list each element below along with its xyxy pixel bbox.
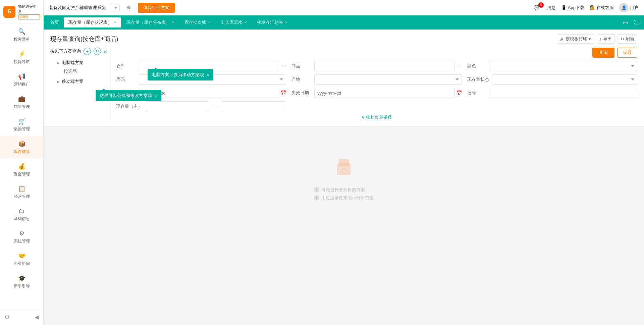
refresh-icon: ↻ <box>621 37 624 42</box>
condition-label: 现存量（主） <box>116 103 142 109</box>
user-btn[interactable]: 👤 用户 <box>619 3 639 12</box>
batch-input[interactable] <box>490 88 637 98</box>
online-icon: 💁 <box>590 5 595 10</box>
tab-collect-send[interactable]: 收发存汇总表 × <box>252 17 292 28</box>
sidebar-item-finance[interactable]: 💰 资金管理 <box>0 159 43 181</box>
refresh-btn[interactable]: ↻ 刷新 <box>618 34 637 44</box>
condition-goods: 商品 ··· <box>291 61 462 71</box>
empty-state: 1 请先选择要分析的方案 2 用过滤条件来缩小分析范围 <box>44 126 644 230</box>
sidebar-item-label: 企业协同 <box>14 261 30 267</box>
user-label: 用户 <box>630 5 639 11</box>
sidebar-item-enterprise[interactable]: 🤝 企业协同 <box>0 248 43 271</box>
search-panel: 现存量查询(按仓库+商品) 🖨 按模板打印 ▾ ↑ 导出 ↻ 刷新 <box>44 30 644 126</box>
system-icon: ⚙ <box>19 230 24 237</box>
sidebar-item-label: 销售管理 <box>14 104 30 110</box>
scheme-item-pc[interactable]: 按调品 <box>57 67 107 76</box>
print-btn[interactable]: 🖨 按模板打印 ▾ <box>557 34 594 44</box>
export-btn[interactable]: ↑ 导出 <box>597 34 615 44</box>
tab-minimize-btn[interactable]: ▭ <box>621 19 630 26</box>
scheme-group-header-mobile[interactable]: ▶ 移动端方案 <box>57 77 107 86</box>
date-row: 📅 <box>314 88 462 98</box>
filter-add-btn[interactable]: + <box>84 48 91 55</box>
sidebar-item-sales[interactable]: 💼 销售管理 <box>0 91 43 114</box>
stock-min-input[interactable] <box>145 101 209 111</box>
sidebar-item-search[interactable]: 🔍 搜索菜单 <box>0 24 43 46</box>
tooltip-close-btn[interactable]: × <box>207 72 209 77</box>
filter-panel: 按以下方案查询 + ↻ « ▶ 电脑端方案 按调品 <box>50 48 637 121</box>
print-label: 按模板打印 <box>566 36 587 42</box>
more-dots-icon[interactable]: ··· <box>457 63 462 69</box>
scheme-toggle-icon: ▶ <box>57 61 60 65</box>
sidebar-item-label: 基础信息 <box>14 216 30 222</box>
tab-batch-ledger[interactable]: 库存批次账 × <box>180 17 215 28</box>
collapse-btn[interactable]: ∧ 收起更多条件 <box>116 111 637 121</box>
sidebar-item-guide[interactable]: 🎓 新手引导 <box>0 271 43 293</box>
stock-state-select[interactable] <box>492 74 637 85</box>
tooltip-close-btn[interactable]: × <box>155 93 157 98</box>
inventory-icon: 📦 <box>18 140 25 148</box>
reset-btn[interactable]: 设置 <box>617 48 637 58</box>
range-dash: — <box>213 104 218 109</box>
tab-close-icon[interactable]: × <box>172 20 174 24</box>
app-download-btn[interactable]: 📱 App下载 <box>561 5 584 11</box>
tip-text: 用过滤条件来缩小分析范围 <box>321 195 374 201</box>
goods-input[interactable] <box>314 61 454 71</box>
sidebar-item-purchase[interactable]: 🛒 采购管理 <box>0 114 43 136</box>
tab-inventory-dist[interactable]: 现存量（库存分布表） × <box>122 17 179 28</box>
condition-color: 颜色 <box>467 61 637 71</box>
sidebar-item-marketing[interactable]: 📢 营销推广 <box>0 69 43 91</box>
tab-close-icon[interactable]: × <box>285 20 287 24</box>
query-btn[interactable]: 查询 <box>592 48 614 58</box>
header-left: 装备及固定资产辅助管理系统 ⚙ 体验行业方案 <box>49 3 175 13</box>
message-label: 消息 <box>547 5 556 11</box>
system-select[interactable] <box>110 4 120 11</box>
sidebar-item-label: 采购管理 <box>14 126 30 132</box>
tab-inout-flow[interactable]: 出入库流水 × <box>216 17 252 28</box>
sidebar-item-system[interactable]: ⚙ 系统管理 <box>0 226 43 248</box>
empty-tip-2: 2 用过滤条件来缩小分析范围 <box>314 195 374 201</box>
sidebar-item-label: 经营管理 <box>14 194 30 200</box>
stock-max-input[interactable] <box>222 101 286 111</box>
calendar-icon[interactable]: 📅 <box>280 90 286 96</box>
tab-maximize-btn[interactable]: ⛶ <box>632 19 641 26</box>
sales-icon: 💼 <box>18 95 25 103</box>
more-dots-icon[interactable]: ··· <box>282 63 286 69</box>
online-service-btn[interactable]: 💁 在线客服 <box>590 5 614 11</box>
color-select[interactable] <box>490 61 637 71</box>
sidebar-item-quick[interactable]: ⚡ 快捷导航 <box>0 46 43 69</box>
basic-icon: 🗂 <box>19 208 25 215</box>
message-btn[interactable]: 💬 6 消息 <box>534 5 556 11</box>
sidebar-item-basic[interactable]: 🗂 基础信息 <box>0 204 43 226</box>
sidebar-item-inventory[interactable]: 📦 库存核算 <box>0 136 43 159</box>
scheme-list: ▶ 电脑端方案 按调品 ▶ 移动端方案 <box>50 58 107 86</box>
purchase-icon: 🛒 <box>18 118 25 125</box>
origin-select[interactable] <box>314 74 462 85</box>
tooltip-pc-scheme: 电脑方案可设为移动方案哦 × <box>148 69 213 80</box>
tip-num: 1 <box>314 187 319 193</box>
tab-close-icon[interactable]: × <box>114 20 116 24</box>
expire-date-input[interactable] <box>314 88 454 98</box>
condition-stock-main: 现存量（主） — <box>116 101 286 111</box>
header-gear-btn[interactable]: ⚙ <box>124 3 134 13</box>
user-avatar: 👤 <box>619 3 629 12</box>
system-name: 装备及固定资产辅助管理系统 <box>49 5 106 11</box>
chevron-down-icon: ▾ <box>589 37 591 42</box>
sidebar-item-operations[interactable]: 📋 经营管理 <box>0 181 43 204</box>
tab-inventory-status[interactable]: 现存量（库存状况表） × <box>64 17 121 28</box>
finance-icon: 💰 <box>18 163 25 170</box>
conditions-grid: 仓库 ··· 商品 ··· 颜色 <box>116 61 637 111</box>
trial-btn[interactable]: 体验行业方案 <box>138 3 175 13</box>
filter-cycle-btn[interactable]: ↻ <box>94 48 101 55</box>
tab-close-icon[interactable]: × <box>245 20 247 24</box>
settings-bottom-btn[interactable]: ⚙ <box>3 313 11 322</box>
filter-back-btn[interactable]: « <box>104 48 107 55</box>
refresh-label: 刷新 <box>626 36 634 42</box>
calendar-icon[interactable]: 📅 <box>456 90 462 96</box>
condition-label: 颜色 <box>467 63 487 69</box>
filter-right: 查询 设置 仓库 ··· 商品 ··· <box>111 48 637 121</box>
main-area: 装备及固定资产辅助管理系统 ⚙ 体验行业方案 💬 6 消息 📱 App下载 💁 … <box>44 0 644 325</box>
tab-home[interactable]: 首页 <box>46 17 63 28</box>
collapse-sidebar-btn[interactable]: ◀ <box>33 313 40 322</box>
scheme-group-header-pc[interactable]: ▶ 电脑端方案 <box>57 58 107 67</box>
tab-close-icon[interactable]: × <box>208 20 211 24</box>
